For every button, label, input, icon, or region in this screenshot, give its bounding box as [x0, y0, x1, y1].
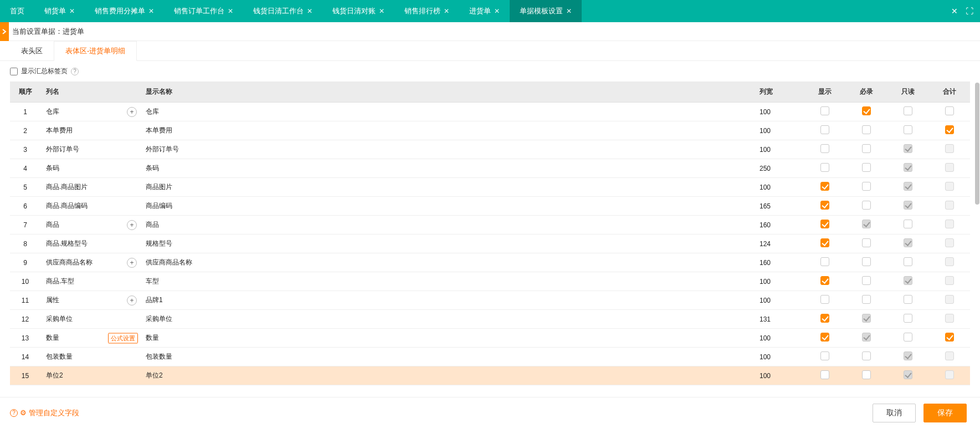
checkbox[interactable] — [820, 295, 829, 304]
sub-tab[interactable]: 表体区-进货单明细 — [54, 41, 137, 61]
table-row[interactable]: 6商品.商品编码商品编码165 — [10, 197, 970, 216]
checkbox[interactable] — [820, 257, 829, 266]
top-tab[interactable]: 销售订单工作台✕ — [164, 0, 243, 22]
tab-close-icon[interactable]: ✕ — [379, 7, 384, 15]
top-tab[interactable]: 销售排行榜✕ — [394, 0, 459, 22]
table-row[interactable]: 15单位2单位2100 — [10, 366, 970, 385]
cell-display-name[interactable]: 包装数量 — [140, 348, 754, 366]
cell-width[interactable]: 100 — [754, 291, 804, 310]
top-tab[interactable]: 首页 — [0, 0, 34, 22]
cell-display-name[interactable]: 数量 — [140, 329, 754, 348]
checkbox[interactable] — [862, 125, 871, 134]
cell-display-name[interactable]: 商品编码 — [140, 197, 754, 216]
cell-display-name[interactable]: 车型 — [140, 272, 754, 291]
cell-width[interactable]: 165 — [754, 197, 804, 216]
cell-width[interactable]: 100 — [754, 366, 804, 385]
checkbox[interactable] — [820, 182, 829, 191]
table-row[interactable]: 11属性+品牌1100 — [10, 291, 970, 310]
formula-tag[interactable]: 公式设置 — [108, 333, 138, 343]
cell-display-name[interactable]: 外部订单号 — [140, 140, 754, 159]
top-tab[interactable]: 单据模板设置✕ — [510, 0, 582, 22]
checkbox[interactable] — [904, 220, 912, 228]
table-row[interactable]: 9供应商商品名称+供应商商品名称160 — [10, 253, 970, 272]
checkbox[interactable] — [945, 125, 954, 134]
checkbox[interactable] — [904, 125, 912, 134]
checkbox[interactable] — [820, 314, 829, 323]
footer-help-icon[interactable]: ? — [10, 409, 18, 417]
cell-width[interactable]: 100 — [754, 272, 804, 291]
checkbox[interactable] — [820, 144, 829, 153]
cancel-button[interactable]: 取消 — [873, 404, 916, 419]
cell-width[interactable]: 124 — [754, 235, 804, 253]
manage-custom-fields-link[interactable]: 管理自定义字段 — [29, 408, 79, 418]
table-row[interactable]: 5商品.商品图片商品图片100 — [10, 178, 970, 197]
checkbox[interactable] — [820, 163, 829, 172]
sub-tab[interactable]: 表头区 — [10, 42, 54, 60]
checkbox[interactable] — [820, 106, 829, 115]
cell-display-name[interactable]: 品牌1 — [140, 291, 754, 310]
close-all-tabs-icon[interactable]: ✕ — [951, 7, 958, 16]
table-row[interactable]: 4条码条码250 — [10, 159, 970, 178]
checkbox[interactable] — [945, 106, 954, 115]
show-summary-checkbox[interactable] — [10, 68, 18, 75]
cell-display-name[interactable]: 仓库 — [140, 103, 754, 121]
table-row[interactable]: 10商品.车型车型100 — [10, 272, 970, 291]
cell-display-name[interactable]: 商品图片 — [140, 178, 754, 197]
collapse-chevron-icon[interactable] — [0, 22, 9, 41]
checkbox[interactable] — [862, 370, 871, 379]
tab-close-icon[interactable]: ✕ — [228, 7, 233, 15]
table-row[interactable]: 1仓库+仓库100 — [10, 103, 970, 121]
cell-display-name[interactable]: 供应商商品名称 — [140, 253, 754, 272]
table-row[interactable]: 3外部订单号外部订单号100 — [10, 140, 970, 159]
table-row[interactable]: 7商品+商品160 — [10, 216, 970, 235]
top-tab[interactable]: 进货单✕ — [459, 0, 510, 22]
checkbox[interactable] — [862, 257, 871, 266]
fullscreen-icon[interactable]: ⛶ — [966, 7, 973, 16]
top-tab[interactable]: 钱货日清对账✕ — [322, 0, 394, 22]
checkbox[interactable] — [862, 144, 871, 153]
checkbox[interactable] — [904, 257, 912, 266]
checkbox[interactable] — [820, 125, 829, 134]
vertical-scrollbar[interactable] — [974, 81, 980, 419]
checkbox[interactable] — [862, 276, 871, 285]
cell-display-name[interactable]: 单位2 — [140, 366, 754, 385]
checkbox[interactable] — [820, 333, 829, 342]
table-row[interactable]: 13数量公式设置数量100 — [10, 329, 970, 348]
checkbox[interactable] — [820, 220, 829, 228]
checkbox[interactable] — [862, 238, 871, 247]
tab-close-icon[interactable]: ✕ — [148, 7, 154, 15]
checkbox[interactable] — [862, 106, 871, 115]
cell-width[interactable]: 250 — [754, 159, 804, 178]
tab-close-icon[interactable]: ✕ — [69, 7, 75, 15]
table-row[interactable]: 12采购单位采购单位131 — [10, 310, 970, 329]
cell-display-name[interactable]: 规格型号 — [140, 235, 754, 253]
cell-display-name[interactable]: 本单费用 — [140, 121, 754, 140]
checkbox[interactable] — [904, 295, 912, 304]
cell-display-name[interactable]: 商品 — [140, 216, 754, 235]
checkbox[interactable] — [862, 351, 871, 360]
add-icon[interactable]: + — [127, 295, 137, 305]
cell-width[interactable]: 160 — [754, 253, 804, 272]
add-icon[interactable]: + — [127, 258, 137, 268]
checkbox[interactable] — [820, 351, 829, 360]
table-row[interactable]: 8商品.规格型号规格型号124 — [10, 235, 970, 253]
help-icon[interactable]: ? — [71, 68, 79, 75]
save-button[interactable]: 保存 — [923, 404, 967, 419]
checkbox[interactable] — [904, 106, 912, 115]
cell-width[interactable]: 100 — [754, 348, 804, 366]
checkbox[interactable] — [820, 238, 829, 247]
add-icon[interactable]: + — [127, 220, 137, 230]
table-row[interactable]: 2本单费用本单费用100 — [10, 121, 970, 140]
checkbox[interactable] — [862, 295, 871, 304]
checkbox[interactable] — [862, 201, 871, 210]
cell-width[interactable]: 100 — [754, 103, 804, 121]
checkbox[interactable] — [862, 182, 871, 191]
table-row[interactable]: 14包装数量包装数量100 — [10, 348, 970, 366]
cell-width[interactable]: 100 — [754, 121, 804, 140]
checkbox[interactable] — [820, 370, 829, 379]
cell-display-name[interactable]: 条码 — [140, 159, 754, 178]
tab-close-icon[interactable]: ✕ — [494, 7, 500, 15]
cell-width[interactable]: 131 — [754, 310, 804, 329]
checkbox[interactable] — [904, 333, 912, 342]
tab-close-icon[interactable]: ✕ — [307, 7, 312, 15]
